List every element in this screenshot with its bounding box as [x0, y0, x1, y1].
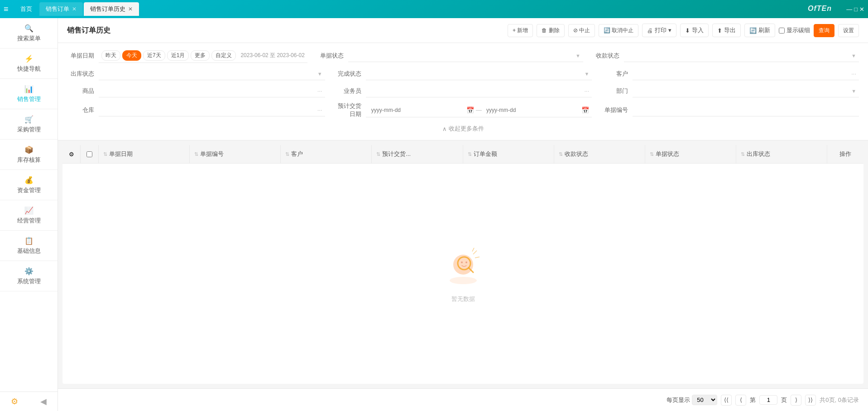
- date-yesterday-btn[interactable]: 昨天: [101, 50, 120, 61]
- department-label: 部门: [601, 87, 633, 95]
- payment-status-select[interactable]: ▼: [624, 49, 859, 62]
- empty-state: 暂无数据: [62, 164, 863, 384]
- sidebar-item-ops-mgmt[interactable]: 📈 经营管理: [0, 200, 58, 231]
- customer-input[interactable]: ···: [633, 68, 859, 80]
- app-logo: ≡: [4, 5, 9, 14]
- department-select[interactable]: ▼: [633, 85, 859, 97]
- date-range-display: 2023-06-02 至 2023-06-02: [240, 52, 304, 59]
- customer-label: 客户: [601, 70, 633, 78]
- import-button[interactable]: ⬇ 导入: [680, 24, 709, 37]
- refresh-button[interactable]: 🔄 刷新: [744, 24, 775, 37]
- current-page-prefix: 第: [750, 396, 756, 404]
- display-cols-checkbox[interactable]: [779, 28, 785, 34]
- sidebar: 🔍 搜索菜单 ⚡ 快捷导航 📊 销售管理 🛒 采购管理 📦 库存核算 💰 资金管…: [0, 18, 58, 411]
- outbound-status-label: 出库状态: [67, 70, 99, 78]
- first-page-btn[interactable]: ⟨⟨: [721, 395, 732, 406]
- th-amount[interactable]: ⇅ 订单金额: [463, 145, 554, 163]
- tab-sales-order-label: 销售订单: [46, 5, 69, 13]
- order-status-arrow-icon: ▼: [575, 53, 580, 58]
- th-expected-delivery[interactable]: ⇅ 预计交货...: [372, 145, 463, 163]
- tab-sales-order-close[interactable]: ✕: [72, 6, 77, 12]
- date-7days-btn[interactable]: 近7天: [143, 50, 165, 61]
- th-date-label: 单据日期: [109, 150, 133, 158]
- sidebar-item-sys-mgmt[interactable]: ⚙️ 系统管理: [0, 261, 58, 291]
- date-today-btn[interactable]: 今天: [122, 50, 141, 61]
- per-page-select[interactable]: 10 20 50 100: [692, 395, 717, 405]
- date-1month-btn[interactable]: 近1月: [167, 50, 189, 61]
- complete-status-select[interactable]: ▼: [366, 68, 592, 80]
- expected-delivery-start[interactable]: [369, 105, 465, 115]
- sidebar-item-quick-nav[interactable]: ⚡ 快捷导航: [0, 48, 58, 79]
- display-cols-toggle[interactable]: 显示碳细: [779, 26, 810, 34]
- sidebar-item-inventory-mgmt[interactable]: 📦 库存核算: [0, 140, 58, 170]
- select-all-checkbox-cell[interactable]: [81, 145, 99, 163]
- stop-button[interactable]: ⊘ 中止: [568, 24, 595, 37]
- select-all-checkbox[interactable]: [86, 151, 92, 157]
- table-settings-btn[interactable]: ⚙: [62, 145, 81, 163]
- delivery-calendar-icon-1[interactable]: 📅: [466, 106, 474, 114]
- sidebar-item-purchase-mgmt[interactable]: 🛒 采购管理: [0, 109, 58, 140]
- empty-icon: [441, 244, 486, 290]
- sidebar-settings-icon[interactable]: ⚙: [11, 396, 18, 406]
- refresh-icon: 🔄: [749, 27, 757, 34]
- next-page-btn[interactable]: ⟩: [791, 395, 801, 406]
- search-menu-icon: 🔍: [24, 24, 34, 33]
- export-button[interactable]: ⬆ 导出: [712, 24, 741, 37]
- settings-button[interactable]: 设置: [838, 24, 859, 37]
- prev-page-btn[interactable]: ⟨: [735, 395, 746, 406]
- date-custom-btn[interactable]: 自定义: [211, 50, 236, 61]
- query-button[interactable]: 查询: [814, 24, 834, 37]
- th-date[interactable]: ⇅ 单据日期: [99, 145, 190, 163]
- product-input[interactable]: ···: [99, 85, 325, 97]
- salesperson-input[interactable]: ···: [366, 85, 592, 97]
- sales-mgmt-icon: 📊: [24, 84, 34, 93]
- th-customer[interactable]: ⇅ 客户: [281, 145, 372, 163]
- empty-illustration: [441, 244, 486, 290]
- tab-sales-order-history-label: 销售订单历史: [90, 5, 125, 13]
- th-outbound-status[interactable]: ⇅ 出库状态: [736, 145, 827, 163]
- order-no-input[interactable]: [633, 104, 859, 116]
- date-separator: —: [476, 106, 482, 113]
- th-customer-label: 客户: [291, 150, 303, 158]
- top-bar: ≡ 首页 销售订单 ✕ 销售订单历史 ✕ OfTEn — □ ✕: [0, 0, 868, 18]
- delete-button[interactable]: 🗑 删除: [537, 24, 564, 37]
- sidebar-item-search-menu[interactable]: 🔍 搜索菜单: [0, 18, 58, 48]
- tab-sales-order-history[interactable]: 销售订单历史 ✕: [84, 2, 139, 16]
- salesperson-label: 业务员: [334, 87, 366, 95]
- warehouse-input[interactable]: ···: [99, 104, 325, 116]
- settings-gear-icon: ⚙: [69, 151, 74, 158]
- th-payment-status[interactable]: ⇅ 收款状态: [554, 145, 645, 163]
- collapse-bar[interactable]: ∧ 收起更多条件: [67, 123, 859, 135]
- current-page-input[interactable]: [759, 395, 777, 405]
- sidebar-item-basic-info[interactable]: 📋 基础信息: [0, 231, 58, 261]
- cancel-stop-button[interactable]: 🔄 取消中止: [599, 24, 638, 37]
- th-order-no[interactable]: ⇅ 单据编号: [190, 145, 281, 163]
- order-status-select[interactable]: ▼: [348, 49, 583, 62]
- tab-sales-order-history-close[interactable]: ✕: [128, 6, 133, 12]
- svg-point-0: [450, 277, 477, 284]
- print-button[interactable]: 🖨 🖨 打印 打印 ▾: [642, 24, 676, 37]
- expected-delivery-end[interactable]: [484, 105, 580, 115]
- collapse-label: 收起更多条件: [449, 125, 484, 133]
- date-more-btn[interactable]: 更多: [191, 50, 210, 61]
- sidebar-item-sales-mgmt[interactable]: 📊 销售管理: [0, 79, 58, 109]
- payment-status-label: 收款状态: [592, 52, 624, 60]
- window-close-btn[interactable]: — □ ✕: [846, 6, 864, 13]
- complete-status-label: 完成状态: [334, 70, 366, 78]
- tab-sales-order[interactable]: 销售订单 ✕: [39, 2, 83, 16]
- per-page-label: 每页显示: [667, 396, 690, 404]
- outbound-status-select[interactable]: ▼: [99, 68, 325, 80]
- th-order-status[interactable]: ⇅ 单据状态: [645, 145, 736, 163]
- sidebar-collapse-icon[interactable]: ◀: [40, 396, 47, 406]
- sidebar-item-ops-mgmt-label: 经营管理: [17, 217, 41, 225]
- tab-home[interactable]: 首页: [14, 2, 38, 16]
- new-button[interactable]: + 新增: [508, 24, 533, 37]
- tab-home-label: 首页: [20, 5, 32, 13]
- sidebar-item-capital-mgmt[interactable]: 💰 资金管理: [0, 170, 58, 200]
- collapse-up-icon: ∧: [442, 126, 447, 132]
- last-page-btn[interactable]: ⟩⟩: [805, 395, 816, 406]
- sys-mgmt-icon: ⚙️: [24, 266, 34, 276]
- delivery-calendar-icon-2[interactable]: 📅: [581, 106, 589, 114]
- display-cols-label: 显示碳细: [786, 26, 810, 34]
- import-icon: ⬇: [685, 27, 690, 34]
